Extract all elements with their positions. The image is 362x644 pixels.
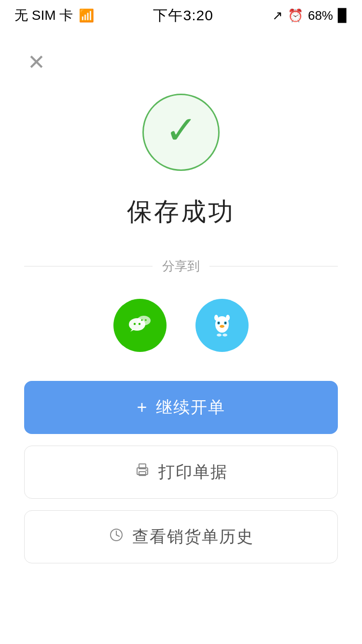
svg-line-23: [116, 535, 119, 536]
svg-point-11: [224, 322, 226, 324]
printer-icon: [134, 462, 151, 482]
history-label: 查看销货单历史: [132, 526, 254, 548]
wechat-share-button[interactable]: [113, 299, 167, 352]
history-button[interactable]: 查看销货单历史: [24, 510, 338, 563]
continue-button[interactable]: + 继续开单: [24, 381, 338, 434]
wifi-icon: 📶: [79, 8, 94, 23]
svg-point-5: [145, 319, 147, 321]
status-left: 无 SIM 卡 📶: [14, 6, 94, 25]
svg-marker-6: [130, 329, 135, 332]
svg-point-12: [220, 325, 224, 328]
share-icons: [24, 299, 338, 352]
print-label: 打印单据: [158, 461, 228, 483]
qq-share-button[interactable]: [195, 299, 249, 352]
divider-line-right: [209, 266, 338, 266]
main-content: ✕ ✓ 保存成功 分享到: [0, 31, 362, 563]
sim-text: 无 SIM 卡: [14, 6, 73, 25]
svg-point-14: [226, 315, 230, 321]
divider-line-left: [24, 266, 153, 266]
alarm-icon: ⏰: [288, 8, 303, 23]
battery-icon: ▉: [338, 8, 348, 23]
svg-point-10: [218, 322, 220, 324]
success-circle: ✓: [142, 94, 220, 171]
success-title: 保存成功: [127, 195, 235, 229]
close-button[interactable]: ✕: [24, 50, 48, 74]
checkmark-icon: ✓: [165, 111, 197, 150]
svg-point-2: [134, 323, 136, 325]
history-icon: [108, 527, 125, 547]
close-button-area: ✕: [24, 50, 338, 74]
status-right: ↗ ⏰ 68% ▉: [272, 8, 348, 23]
svg-point-13: [214, 315, 218, 321]
share-divider: 分享到: [24, 258, 338, 275]
svg-point-4: [141, 319, 143, 321]
status-time: 下午3:20: [153, 6, 213, 26]
svg-point-15: [217, 334, 222, 336]
close-icon: ✕: [28, 52, 45, 73]
svg-point-16: [223, 334, 227, 336]
action-buttons: + 继续开单 打印单据: [24, 381, 338, 563]
battery-percent: 68%: [308, 8, 333, 23]
plus-icon: +: [137, 397, 148, 418]
svg-point-20: [146, 470, 147, 471]
qq-icon: [208, 311, 237, 340]
wechat-icon: [125, 310, 155, 341]
continue-label: 继续开单: [156, 396, 225, 419]
share-label: 分享到: [162, 258, 200, 275]
svg-point-3: [139, 323, 140, 325]
status-bar: 无 SIM 卡 📶 下午3:20 ↗ ⏰ 68% ▉: [0, 0, 362, 31]
print-button[interactable]: 打印单据: [24, 446, 338, 499]
location-icon: ↗: [272, 8, 283, 23]
share-section: 分享到: [24, 258, 338, 352]
